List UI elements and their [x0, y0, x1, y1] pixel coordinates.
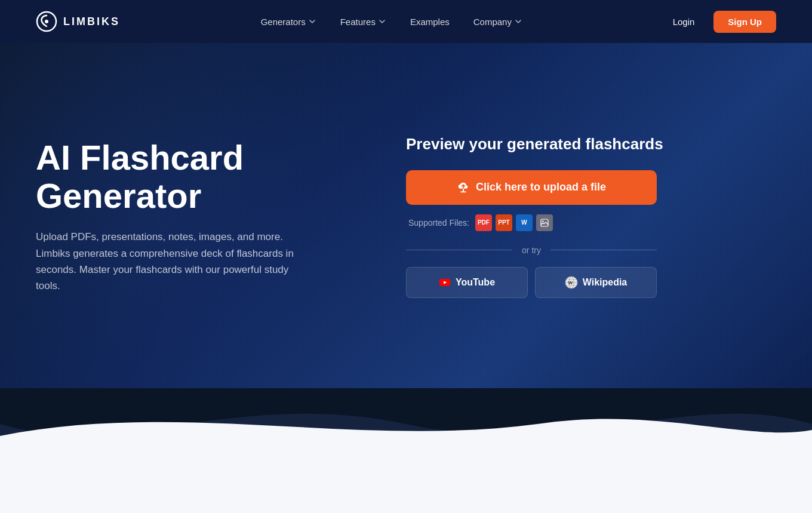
logo-icon [36, 11, 57, 32]
youtube-icon [439, 277, 451, 288]
hero-description: Upload PDFs, presentations, notes, image… [36, 229, 310, 294]
wave-divider [0, 388, 812, 460]
svg-point-1 [45, 20, 48, 23]
word-icon: W [516, 214, 533, 231]
navbar: LIMBIKS Generators Features Examples Com… [0, 0, 812, 43]
divider-line-left [406, 250, 512, 250]
nav-generators[interactable]: Generators [251, 12, 326, 32]
hero-section: AI Flashcard Generator Upload PDFs, pres… [0, 43, 812, 389]
hero-left: AI Flashcard Generator Upload PDFs, pres… [36, 139, 370, 294]
chevron-down-icon [308, 17, 316, 26]
divider-text: or try [522, 245, 541, 255]
svg-rect-4 [541, 219, 548, 226]
svg-rect-3 [460, 191, 466, 192]
hero-right: Preview your generated flashcards Click … [370, 135, 776, 298]
signup-button[interactable]: Sign Up [713, 11, 776, 33]
divider: or try [406, 245, 657, 255]
svg-point-5 [542, 220, 543, 222]
file-icons: PDF PPT W [475, 214, 553, 231]
nav-features[interactable]: Features [331, 12, 396, 32]
logo[interactable]: LIMBIKS [36, 11, 120, 32]
nav-actions: Login Sign Up [663, 11, 776, 33]
chevron-down-icon [378, 17, 386, 26]
nav-examples[interactable]: Examples [401, 12, 459, 32]
ppt-icon: PPT [496, 214, 512, 231]
pdf-icon: PDF [475, 214, 492, 231]
login-button[interactable]: Login [663, 12, 705, 32]
wikipedia-icon: W [565, 276, 578, 289]
svg-text:W: W [568, 280, 573, 285]
upload-button[interactable]: Click here to upload a file [406, 170, 657, 205]
divider-line-right [550, 250, 657, 250]
upload-icon [457, 181, 470, 194]
chevron-down-icon [514, 17, 522, 26]
supported-files: Supported Files: PDF PPT W [406, 214, 657, 231]
nav-company[interactable]: Company [464, 12, 532, 32]
img-icon [536, 214, 553, 231]
youtube-button[interactable]: YouTube [406, 267, 528, 298]
nav-links: Generators Features Examples Company [251, 12, 532, 32]
bottom-section: Stop wasting time making flashcards [0, 460, 812, 513]
brand-name: LIMBIKS [63, 16, 120, 28]
try-buttons: YouTube W Wikipedia [406, 267, 657, 298]
wikipedia-button[interactable]: W Wikipedia [535, 267, 657, 298]
preview-title: Preview your generated flashcards [406, 135, 663, 153]
hero-title: AI Flashcard Generator [36, 139, 370, 215]
bottom-title: Stop wasting time making flashcards [36, 508, 776, 513]
